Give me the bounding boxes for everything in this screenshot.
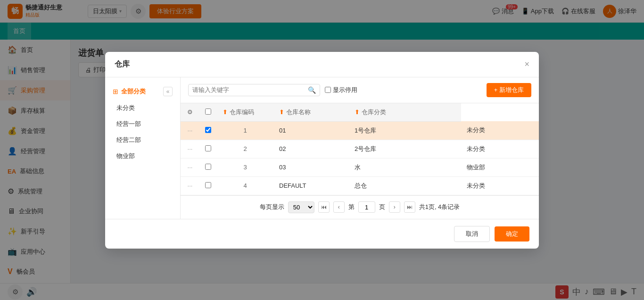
warehouse-modal: 仓库 × ⊞ 全部分类 « 未分类 经营一部 经营二部 [105, 52, 539, 249]
sort-icon: ⬆ [223, 108, 228, 116]
cancel-button[interactable]: 取消 [454, 226, 490, 242]
show-disabled-checkbox[interactable] [325, 87, 331, 93]
modal-actions: 取消 确定 [105, 219, 539, 249]
row-category: 未分类 [461, 121, 539, 140]
warehouse-table: ⚙ ⬆ 仓库编码 ⬆ 仓库名称 [181, 103, 539, 195]
row-name: 水 [349, 158, 461, 176]
modal-toolbar: 🔍 显示停用 + 新增仓库 [181, 77, 539, 103]
row-code: 03 [273, 158, 349, 176]
row-name: 2号仓库 [349, 140, 461, 158]
table-header: ⚙ ⬆ 仓库编码 ⬆ 仓库名称 [181, 103, 539, 122]
th-settings: ⚙ [181, 103, 199, 122]
row-settings[interactable]: ··· [181, 121, 199, 140]
modal-header: 仓库 × [105, 52, 539, 77]
confirm-button[interactable]: 确定 [495, 226, 529, 242]
table-row[interactable]: ··· 3 03 水 物业部 [181, 158, 539, 176]
next-page-button[interactable]: › [389, 201, 400, 213]
row-checkbox[interactable] [199, 158, 217, 176]
th-name: ⬆ 仓库名称 [273, 103, 349, 122]
row-num: 4 [217, 176, 273, 195]
table-row[interactable]: ··· 1 01 1号仓库 未分类 [181, 121, 539, 140]
category-item-dept2[interactable]: 经营二部 [105, 132, 180, 148]
show-disabled-label: 显示停用 [333, 86, 357, 94]
row-num: 2 [217, 140, 273, 158]
modal-close-button[interactable]: × [524, 60, 529, 68]
th-code: ⬆ 仓库编码 [217, 103, 273, 122]
prev-page-button[interactable]: ‹ [333, 201, 345, 213]
th-checkbox [199, 103, 217, 122]
all-categories-label: 全部分类 [121, 87, 146, 96]
row-settings[interactable]: ··· [181, 140, 199, 158]
row-settings[interactable]: ··· [181, 176, 199, 195]
search-box: 🔍 [188, 84, 320, 96]
page-label-text: 第 [348, 203, 355, 211]
last-page-button[interactable]: ⏭ [404, 201, 415, 213]
first-page-button[interactable]: ⏮ [318, 201, 330, 213]
search-input[interactable] [192, 86, 305, 93]
row-name: 总仓 [349, 176, 461, 195]
page-unit: 页 [379, 203, 385, 211]
row-category: 未分类 [461, 140, 539, 158]
row-checkbox[interactable] [199, 176, 217, 195]
row-code: DEFAULT [273, 176, 349, 195]
modal-main: 🔍 显示停用 + 新增仓库 ⚙ [181, 77, 539, 219]
table-row[interactable]: ··· 4 DEFAULT 总仓 未分类 [181, 176, 539, 195]
table-row[interactable]: ··· 2 02 2号仓库 未分类 [181, 140, 539, 158]
category-item-property[interactable]: 物业部 [105, 148, 180, 164]
row-checkbox[interactable] [199, 121, 217, 140]
pagination: 每页显示 50 100 200 ⏮ ‹ 第 页 › ⏭ 共1页, 4条记录 [181, 195, 539, 219]
modal-all-categories[interactable]: ⊞ 全部分类 « [105, 83, 180, 100]
row-category: 物业部 [461, 158, 539, 176]
row-num: 1 [217, 121, 273, 140]
th-category: ⬆ 仓库分类 [349, 103, 461, 122]
category-item-unclassified[interactable]: 未分类 [105, 100, 180, 116]
grid-icon: ⊞ [113, 88, 118, 95]
row-num: 3 [217, 158, 273, 176]
modal-overlay[interactable]: 仓库 × ⊞ 全部分类 « 未分类 经营一部 经营二部 [0, 0, 644, 300]
per-page-select[interactable]: 50 100 200 [288, 201, 314, 213]
total-info: 共1页, 4条记录 [419, 203, 460, 211]
select-all-checkbox[interactable] [205, 108, 211, 115]
page-number-input[interactable] [358, 201, 375, 213]
modal-title: 仓库 [115, 59, 130, 69]
row-name: 1号仓库 [349, 121, 461, 140]
modal-category-sidebar: ⊞ 全部分类 « 未分类 经营一部 经营二部 物业部 [105, 77, 181, 219]
row-code: 01 [273, 121, 349, 140]
row-category: 未分类 [461, 176, 539, 195]
sort-icon2: ⬆ [279, 108, 284, 116]
category-item-dept1[interactable]: 经营一部 [105, 116, 180, 132]
search-icon: 🔍 [308, 86, 316, 94]
collapse-button[interactable]: « [163, 87, 173, 96]
show-disabled-checkbox-label[interactable]: 显示停用 [325, 86, 357, 94]
per-page-label: 每页显示 [260, 203, 284, 211]
row-code: 02 [273, 140, 349, 158]
new-warehouse-button[interactable]: + 新增仓库 [487, 83, 531, 97]
modal-body: ⊞ 全部分类 « 未分类 经营一部 经营二部 物业部 [105, 77, 539, 219]
row-checkbox[interactable] [199, 140, 217, 158]
sort-icon3: ⬆ [355, 108, 360, 116]
row-settings[interactable]: ··· [181, 158, 199, 176]
